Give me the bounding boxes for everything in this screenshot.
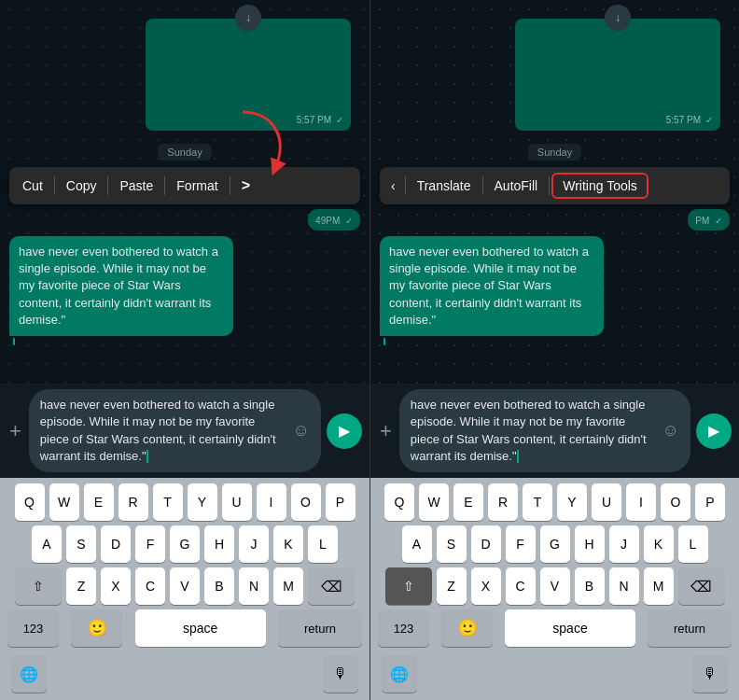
return-key-right[interactable]: return [648,609,732,647]
right-key-v[interactable]: V [540,567,570,605]
right-key-n[interactable]: N [609,567,639,605]
right-scroll-down-icon: ↓ [615,11,620,24]
scroll-down-button[interactable]: ↓ [235,5,261,31]
right-key-t[interactable]: T [523,483,552,521]
right-key-k[interactable]: K [644,525,674,563]
key-y[interactable]: Y [188,483,217,521]
key-p[interactable]: P [326,483,356,521]
num-key-right[interactable]: 123 [378,609,429,647]
right-key-e[interactable]: E [453,483,483,521]
key-r[interactable]: R [119,483,148,521]
key-u[interactable]: U [222,483,252,521]
right-key-c[interactable]: C [506,567,536,605]
key-q[interactable]: Q [15,483,45,521]
shift-key-left[interactable]: ⇧ [15,567,62,605]
left-message-input[interactable]: have never even bothered to watch a sing… [29,389,321,472]
key-c[interactable]: C [135,567,165,605]
key-g[interactable]: G [170,525,200,563]
right-key-h[interactable]: H [575,525,605,563]
keyboard-bottom-row-left: 123 🙂 space return [4,609,366,647]
right-key-f[interactable]: F [506,525,536,563]
autofill-button[interactable]: AutoFill [485,173,548,199]
left-send-button[interactable]: ▶ [327,413,362,449]
right-emoji-icon[interactable]: ☺ [662,421,679,441]
add-button-left[interactable]: + [7,419,23,443]
key-s[interactable]: S [66,525,96,563]
right-key-i[interactable]: I [626,483,656,521]
copy-button[interactable]: Copy [57,173,106,199]
key-a[interactable]: A [32,525,62,563]
right-key-a[interactable]: A [402,525,432,563]
key-k[interactable]: K [273,525,303,563]
emoji-key-right[interactable]: 🙂 [441,609,493,647]
red-arrow-indicator [224,107,299,182]
add-button-right[interactable]: + [378,419,394,443]
space-key-right[interactable]: space [505,609,635,647]
right-key-s[interactable]: S [437,525,467,563]
right-key-b[interactable]: B [575,567,605,605]
left-keyboard: Q W E R T Y U I O P A S D F G H [0,478,370,700]
mic-key-right[interactable]: 🎙 [692,655,728,693]
globe-key-left[interactable]: 🌐 [11,655,47,693]
right-key-g[interactable]: G [540,525,570,563]
mic-key-left[interactable]: 🎙 [323,655,358,693]
right-key-x[interactable]: X [471,567,501,605]
right-key-q[interactable]: Q [384,483,414,521]
emoji-key-left[interactable]: 🙂 [71,609,122,647]
selection-handle [13,338,15,345]
paste-button[interactable]: Paste [110,173,162,199]
right-mini-tick: ✓ [715,216,722,226]
shift-key-right[interactable]: ⇧ [385,567,432,605]
key-l[interactable]: L [308,525,338,563]
key-t[interactable]: T [153,483,183,521]
key-h[interactable]: H [204,525,234,563]
right-message-input[interactable]: have never even bothered to watch a sing… [399,389,690,472]
right-key-w[interactable]: W [419,483,449,521]
key-d[interactable]: D [101,525,131,563]
num-key-left[interactable]: 123 [7,609,59,647]
key-e[interactable]: E [84,483,114,521]
key-w[interactable]: W [49,483,79,521]
right-key-p[interactable]: P [695,483,725,521]
right-spacer [370,338,739,384]
key-x[interactable]: X [101,567,131,605]
right-chat-content: ↓ 5:57 PM ✓ Sunday ‹ Translate AutoFill [370,0,739,700]
right-key-u[interactable]: U [592,483,621,521]
right-scroll-down-button[interactable]: ↓ [605,5,631,31]
right-phone-panel: ↓ 5:57 PM ✓ Sunday ‹ Translate AutoFill [370,0,739,700]
delete-key-left[interactable]: ⌫ [308,567,355,605]
left-emoji-icon[interactable]: ☺ [293,421,310,441]
back-arrow-button[interactable]: ‹ [383,173,403,199]
translate-button[interactable]: Translate [408,173,481,199]
key-m[interactable]: M [273,567,303,605]
cut-button[interactable]: Cut [13,173,52,199]
left-send-icon: ▶ [339,422,350,440]
right-key-z[interactable]: Z [437,567,467,605]
key-n[interactable]: N [239,567,269,605]
key-z[interactable]: Z [66,567,96,605]
delete-key-right[interactable]: ⌫ [678,567,725,605]
right-key-o[interactable]: O [661,483,690,521]
right-keyboard-bottom-row: 123 🙂 space return [374,609,735,647]
right-key-m[interactable]: M [644,567,674,605]
key-o[interactable]: O [291,483,321,521]
return-key-left[interactable]: return [278,609,362,647]
right-divider1 [482,176,483,195]
writing-tools-button[interactable]: Writing Tools [551,173,648,199]
right-key-d[interactable]: D [471,525,501,563]
key-v[interactable]: V [170,567,200,605]
right-key-y[interactable]: Y [557,483,587,521]
format-button[interactable]: Format [167,173,227,199]
right-send-button[interactable]: ▶ [696,413,732,449]
day-separator-right: Sunday [370,143,739,160]
key-i[interactable]: I [257,483,286,521]
key-f[interactable]: F [135,525,165,563]
key-j[interactable]: J [239,525,269,563]
right-key-j[interactable]: J [609,525,639,563]
space-key-left[interactable]: space [135,609,266,647]
right-key-l[interactable]: L [678,525,708,563]
left-message-row: have never even bothered to watch a sing… [9,236,360,336]
key-b[interactable]: B [204,567,234,605]
globe-key-right[interactable]: 🌐 [382,655,417,693]
right-key-r[interactable]: R [488,483,518,521]
